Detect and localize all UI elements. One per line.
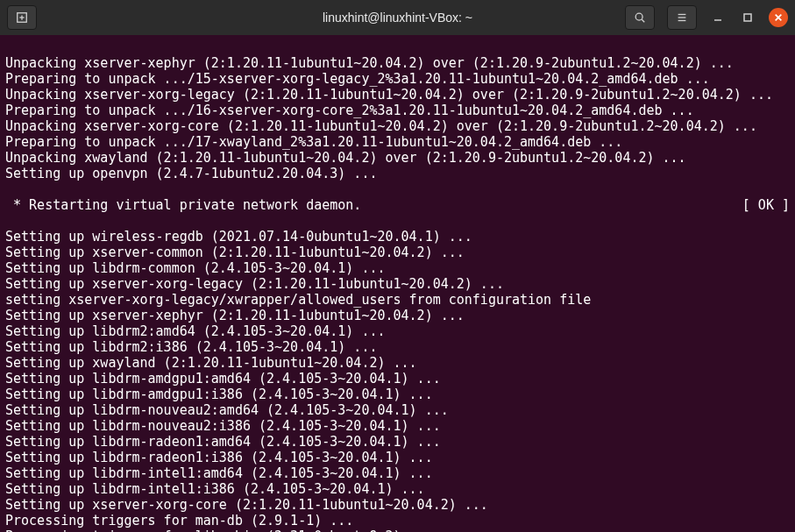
- terminal-line: Setting up xwayland (2:1.20.11-1ubuntu1~…: [5, 355, 790, 371]
- terminal-line: Setting up libdrm2:i386 (2.4.105-3~20.04…: [5, 339, 790, 355]
- svg-rect-9: [744, 14, 751, 21]
- new-tab-button[interactable]: [7, 5, 37, 30]
- terminal-line: Setting up libdrm-amdgpu1:i386 (2.4.105-…: [5, 387, 790, 402]
- terminal-line: Setting up libdrm-intel1:amd64 (2.4.105-…: [5, 465, 790, 481]
- menu-button[interactable]: [667, 5, 697, 30]
- terminal-line: Preparing to unpack .../15-xserver-xorg-…: [5, 71, 790, 87]
- terminal-line: Setting up libdrm-nouveau2:i386 (2.4.105…: [5, 418, 790, 434]
- terminal-line: Setting up xserver-common (2:1.20.11-1ub…: [5, 245, 790, 260]
- titlebar: linuxhint@linuxhint-VBox: ~: [0, 0, 795, 35]
- window-title: linuxhint@linuxhint-VBox: ~: [323, 11, 472, 25]
- terminal-line: Setting up libdrm-amdgpu1:amd64 (2.4.105…: [5, 371, 790, 387]
- terminal-line: Setting up libdrm-intel1:i386 (2.4.105-3…: [5, 481, 790, 497]
- terminal-line: Setting up libdrm-radeon1:i386 (2.4.105-…: [5, 450, 790, 465]
- terminal-line: Unpacking xserver-xorg-core (2:1.20.11-1…: [5, 118, 790, 134]
- terminal-line: Setting up xserver-xorg-legacy (2:1.20.1…: [5, 276, 790, 292]
- terminal-line: Setting up openvpn (2.4.7-1ubuntu2.20.04…: [5, 166, 790, 181]
- terminal-line: Setting up libdrm-radeon1:amd64 (2.4.105…: [5, 434, 790, 450]
- svg-point-3: [635, 13, 642, 20]
- terminal-line: Setting up xserver-xephyr (2:1.20.11-1ub…: [5, 308, 790, 323]
- terminal-line: Processing triggers for libc-bin (2.31-0…: [5, 528, 790, 532]
- terminal-line: Processing triggers for man-db (2.9.1-1)…: [5, 513, 790, 528]
- maximize-button[interactable]: [739, 9, 756, 26]
- terminal-line: Preparing to unpack .../16-xserver-xorg-…: [5, 103, 790, 118]
- terminal-line: Unpacking xserver-xorg-legacy (2:1.20.11…: [5, 87, 790, 103]
- status-text: * Restarting virtual private network dae…: [5, 197, 361, 213]
- status-ok: [ OK ]: [742, 197, 790, 213]
- close-button[interactable]: [769, 8, 788, 27]
- terminal-output[interactable]: Unpacking xserver-xephyr (2:1.20.11-1ubu…: [0, 35, 795, 532]
- terminal-line: Unpacking xserver-xephyr (2:1.20.11-1ubu…: [5, 55, 790, 71]
- minimize-button[interactable]: [709, 9, 727, 26]
- terminal-line: Setting up libdrm-common (2.4.105-3~20.0…: [5, 260, 790, 276]
- terminal-line: Preparing to unpack .../17-xwayland_2%3a…: [5, 134, 790, 150]
- terminal-line: Setting up wireless-regdb (2021.07.14-0u…: [5, 229, 790, 245]
- svg-line-4: [642, 19, 644, 22]
- terminal-line: Setting up libdrm-nouveau2:amd64 (2.4.10…: [5, 402, 790, 418]
- search-button[interactable]: [625, 5, 655, 30]
- terminal-line: Unpacking xwayland (2:1.20.11-1ubuntu1~2…: [5, 150, 790, 166]
- terminal-line: Setting up libdrm2:amd64 (2.4.105-3~20.0…: [5, 323, 790, 339]
- terminal-line: Setting up xserver-xorg-core (2:1.20.11-…: [5, 497, 790, 513]
- terminal-line: setting xserver-xorg-legacy/xwrapper/all…: [5, 292, 790, 308]
